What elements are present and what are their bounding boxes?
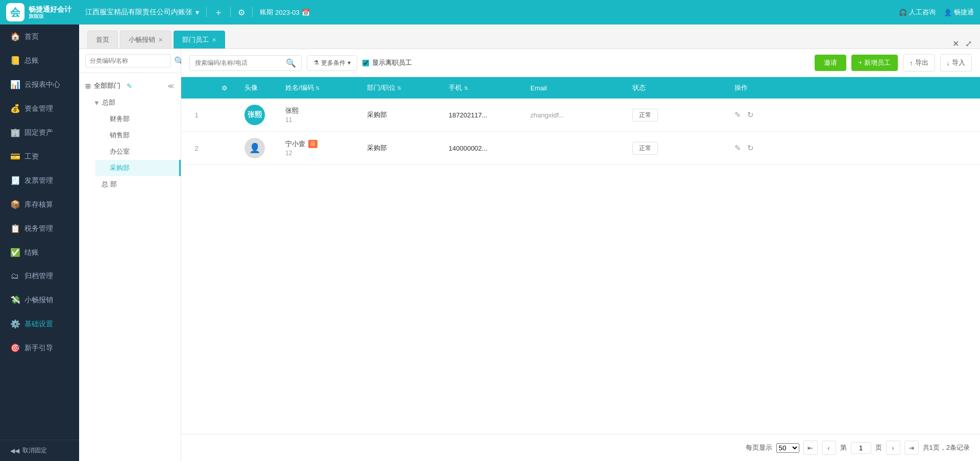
sidebar-item-assets[interactable]: 🏢 固定资产	[0, 120, 79, 144]
employee-panel: 🔍 ⚗ 更多条件 ▾ 显示离职员工 邀请 + 新增员工 ↑	[181, 49, 980, 461]
sidebar-label-expense: 小畅报销	[24, 296, 53, 305]
avatar: 👤	[244, 138, 265, 158]
dept-node-hq[interactable]: ▼ 总部	[87, 94, 181, 111]
invite-btn[interactable]: 邀请	[815, 55, 846, 71]
col-name[interactable]: 姓名/编码 ⇅	[278, 77, 360, 99]
dept-node-purchase[interactable]: 采购部	[95, 160, 181, 176]
sidebar-item-home[interactable]: 🏠 首页	[0, 25, 79, 48]
expand-icon[interactable]: ⤢	[965, 39, 972, 48]
filter-label: 更多条件	[321, 59, 346, 67]
filter-dropdown-icon: ▾	[348, 59, 351, 66]
more-icon[interactable]: ↻	[747, 143, 754, 153]
dept-search-area: 🔍	[79, 49, 181, 73]
home-icon: 🏠	[10, 32, 19, 41]
cell-status: 正常	[625, 132, 727, 165]
sidebar-item-settle[interactable]: ✅ 结账	[0, 240, 79, 264]
sidebar-label-funds: 资金管理	[24, 104, 53, 113]
filter-btn[interactable]: ⚗ 更多条件 ▾	[307, 55, 357, 71]
topbar-actions: 🎧 人工咨询 👤 畅捷通	[899, 8, 974, 17]
dept-node-hq2[interactable]: 总 部	[87, 176, 181, 192]
close-window-icon[interactable]: ✕	[948, 39, 963, 48]
dept-collapse-icon[interactable]: ≪	[167, 82, 175, 90]
sidebar-item-salary[interactable]: 💳 工资	[0, 144, 79, 168]
tab-home[interactable]: 首页	[87, 31, 118, 48]
period-display: 账期 2023-03 📅	[260, 8, 310, 17]
col-action: 操作	[727, 77, 980, 99]
col-phone[interactable]: 手机 ⇅	[442, 77, 523, 99]
sidebar-item-archive[interactable]: 🗂 归档管理	[0, 264, 79, 288]
tab-expense[interactable]: 小畅报销 ✕	[120, 31, 172, 48]
settings-sidebar-icon: ⚙️	[10, 319, 19, 329]
tab-dept[interactable]: 部门员工 ✕	[174, 31, 225, 48]
ledger-icon: 📒	[10, 56, 19, 65]
phone-sort-icon: ⇅	[464, 85, 468, 91]
col-status: 状态	[625, 77, 727, 99]
user-info[interactable]: 👤 畅捷通	[944, 8, 974, 17]
col-settings[interactable]: ⚙	[212, 77, 237, 99]
cell-status: 正常	[625, 99, 727, 132]
sidebar-item-tax[interactable]: 📋 税务管理	[0, 216, 79, 240]
dept-node-finance[interactable]: 财务部	[95, 111, 181, 127]
sidebar-item-guide[interactable]: 🎯 新手引导	[0, 336, 79, 360]
show-resigned-checkbox[interactable]	[362, 60, 369, 66]
topbar-separator	[206, 7, 207, 17]
employee-table: ⚙ 头像 姓名/编码 ⇅ 部门/职位 ⇅	[181, 77, 980, 165]
sidebar-label-reports: 云报表中心	[24, 80, 60, 89]
import-btn[interactable]: ↓ 导入	[940, 54, 972, 71]
page-first-btn[interactable]: ⇤	[803, 441, 818, 455]
sidebar-item-reports[interactable]: 📊 云报表中心	[0, 72, 79, 96]
export-btn[interactable]: ↑ 导出	[903, 54, 935, 71]
user-avatar-icon: 👤	[944, 9, 952, 16]
avatar: 张熙	[244, 105, 265, 125]
edit-icon[interactable]: ✎	[734, 143, 741, 153]
show-resigned-label[interactable]: 显示离职员工	[362, 58, 412, 67]
status-badge: 正常	[632, 109, 658, 122]
page-content: 🔍 ⊞ 全部部门 ✎ ≪ ▼ 总部	[79, 49, 980, 461]
cell-email: zhangxidf...	[523, 99, 625, 132]
table-header-row: ⚙ 头像 姓名/编码 ⇅ 部门/职位 ⇅	[181, 77, 980, 99]
employee-search-input[interactable]	[195, 59, 283, 66]
sidebar-item-expense[interactable]: 💸 小畅报销	[0, 288, 79, 312]
page-next-btn[interactable]: ›	[886, 441, 900, 455]
dept-node-sales[interactable]: 销售部	[95, 127, 181, 143]
settings-icon[interactable]: ⚙	[238, 8, 245, 17]
col-dept[interactable]: 部门/职位 ⇅	[360, 77, 442, 99]
guide-icon: 🎯	[10, 343, 19, 353]
unpin-btn[interactable]: ◀◀ 取消固定	[0, 440, 79, 461]
sidebar-item-settings[interactable]: ⚙️ 基础设置	[0, 312, 79, 336]
cell-settings	[212, 132, 237, 165]
dept-search-input[interactable]	[85, 54, 171, 67]
add-icon[interactable]: ＋	[214, 6, 223, 18]
calendar-icon[interactable]: 📅	[302, 9, 310, 16]
dept-tree: ⊞ 全部部门 ✎ ≪ ▼ 总部 财务部	[79, 73, 181, 461]
cell-dept: 采购部	[360, 132, 442, 165]
edit-icon[interactable]: ✎	[734, 110, 741, 119]
search-icon[interactable]: 🔍	[286, 58, 296, 68]
dept-edit-icon[interactable]: ✎	[127, 82, 132, 90]
page-input[interactable]	[851, 442, 871, 454]
page-last-btn[interactable]: ⇥	[904, 441, 919, 455]
cell-action: ✎ ↻	[727, 99, 980, 132]
sidebar-label-salary: 工资	[24, 152, 39, 161]
sidebar-item-inventory[interactable]: 📦 库存核算	[0, 192, 79, 216]
dept-all-item[interactable]: ⊞ 全部部门 ✎ ≪	[79, 77, 181, 94]
page-prev-btn[interactable]: ‹	[822, 441, 836, 455]
dept-purchase-label: 采购部	[110, 163, 130, 173]
tab-dept-close[interactable]: ✕	[212, 37, 216, 43]
add-employee-btn[interactable]: + 新增员工	[851, 55, 898, 71]
cell-name: 张熙 11	[278, 99, 360, 132]
per-page-select[interactable]: 50 10 20 100	[776, 443, 799, 453]
company-dropdown-icon: ▾	[195, 8, 199, 16]
dept-node-office[interactable]: 办公室	[95, 143, 181, 160]
sidebar-item-funds[interactable]: 💰 资金管理	[0, 96, 79, 120]
sidebar-item-invoices[interactable]: 🧾 发票管理	[0, 168, 79, 192]
tab-expense-close[interactable]: ✕	[158, 37, 163, 43]
dept-hq-label: 总部	[102, 98, 115, 107]
more-icon[interactable]: ↻	[747, 110, 754, 119]
sidebar-item-ledger[interactable]: 📒 总账	[0, 48, 79, 72]
funds-icon: 💰	[10, 104, 19, 113]
support-btn[interactable]: 🎧 人工咨询	[899, 8, 936, 17]
employee-search-box: 🔍	[189, 55, 302, 71]
sidebar-label-home: 首页	[24, 32, 39, 41]
company-selector[interactable]: 江西服宝精品有限责任公司内账张 ▾	[85, 8, 199, 17]
